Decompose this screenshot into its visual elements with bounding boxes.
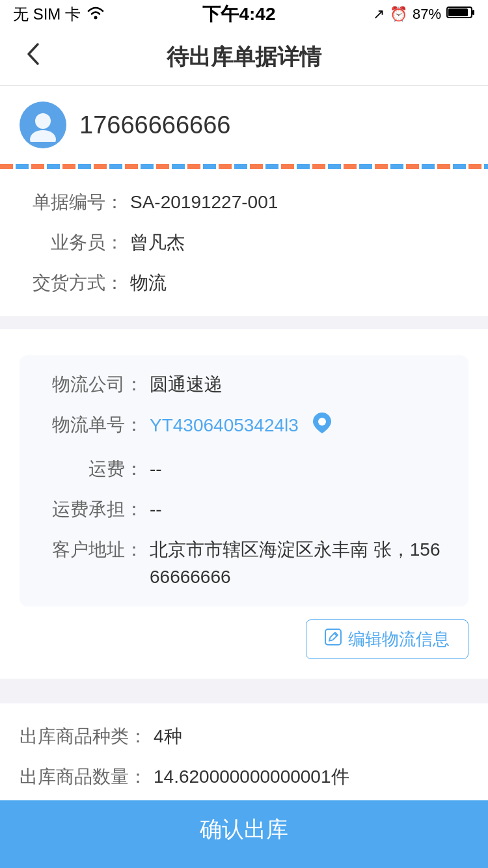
- main-content: 17666666666 单据编号： SA-20191227-001 业务员： 曾…: [0, 86, 488, 868]
- order-no-row: 单据编号： SA-20191227-001: [20, 189, 468, 216]
- phone-header: 17666666666: [0, 86, 488, 164]
- wifi-icon: [86, 5, 105, 23]
- svg-rect-2: [448, 8, 468, 16]
- order-no-label: 单据编号：: [20, 189, 124, 216]
- delivery-method-value: 物流: [130, 269, 468, 297]
- svg-point-0: [94, 16, 98, 20]
- delivery-method-row: 交货方式： 物流: [20, 269, 468, 297]
- category-label: 出库商品种类：: [20, 723, 147, 750]
- battery-label: 87%: [413, 6, 441, 23]
- alarm-icon: ⏰: [390, 6, 407, 23]
- edit-logistics-label: 编辑物流信息: [348, 628, 450, 651]
- category-row: 出库商品种类： 4种: [20, 723, 468, 750]
- freight-label: 运费：: [39, 455, 143, 483]
- address-value: 北京市市辖区海淀区永丰南 张，156 66666666: [150, 536, 449, 591]
- tracking-no-value: YT43064053424l3: [150, 411, 449, 442]
- sales-person-value: 曾凡杰: [130, 229, 468, 256]
- location-icon: ↗: [373, 6, 385, 23]
- quantity-label: 出库商品数量：: [20, 763, 147, 791]
- logistics-company-row: 物流公司： 圆通速递: [39, 371, 449, 398]
- tracking-no-row: 物流单号： YT43064053424l3: [39, 411, 449, 442]
- status-left: 无 SIM 卡: [13, 4, 105, 25]
- tracking-no-label: 物流单号：: [39, 411, 143, 439]
- edit-icon: [325, 629, 342, 650]
- status-right: ↗ ⏰ 87%: [373, 5, 475, 23]
- dashed-separator: [0, 164, 488, 169]
- logistics-section: 物流公司： 圆通速递 物流单号： YT43064053424l3 运费：: [0, 329, 488, 679]
- svg-point-4: [35, 113, 51, 129]
- freight-row: 运费： --: [39, 455, 449, 483]
- phone-number: 17666666666: [79, 111, 230, 139]
- freight-bearer-value: --: [150, 496, 449, 523]
- logistics-company-value: 圆通速递: [150, 371, 449, 398]
- logistics-company-label: 物流公司：: [39, 371, 143, 398]
- freight-bearer-label: 运费承担：: [39, 496, 143, 523]
- battery-icon: [446, 5, 475, 23]
- status-bar: 无 SIM 卡 下午4:42 ↗ ⏰ 87%: [0, 0, 488, 29]
- svg-rect-7: [325, 629, 341, 645]
- page-title: 待出库单据详情: [167, 42, 321, 72]
- quantity-value: 14.620000000000001件: [154, 763, 468, 791]
- category-value: 4种: [154, 723, 468, 750]
- back-button[interactable]: [20, 35, 47, 79]
- avatar: [20, 102, 66, 148]
- sales-person-label: 业务员：: [20, 229, 124, 256]
- svg-point-6: [318, 418, 326, 426]
- section-divider: [0, 692, 488, 703]
- freight-value: --: [150, 455, 449, 483]
- edit-button-wrap: 编辑物流信息: [20, 619, 468, 659]
- order-no-value: SA-20191227-001: [130, 189, 468, 216]
- location-pin-icon[interactable]: [312, 411, 332, 442]
- address-row: 客户地址： 北京市市辖区海淀区永丰南 张，156 66666666: [39, 536, 449, 591]
- delivery-method-label: 交货方式：: [20, 269, 124, 297]
- quantity-row: 出库商品数量： 14.620000000000001件: [20, 763, 468, 791]
- svg-rect-3: [472, 10, 474, 15]
- confirm-outbound-label: 确认出库: [200, 817, 288, 841]
- nav-bar: 待出库单据详情: [0, 29, 488, 86]
- order-info-section: 单据编号： SA-20191227-001 业务员： 曾凡杰 交货方式： 物流: [0, 169, 488, 316]
- status-time: 下午4:42: [202, 2, 275, 27]
- edit-logistics-button[interactable]: 编辑物流信息: [306, 619, 468, 659]
- logistics-card: 物流公司： 圆通速递 物流单号： YT43064053424l3 运费：: [20, 355, 468, 606]
- confirm-outbound-button[interactable]: 确认出库: [0, 800, 488, 868]
- address-label: 客户地址：: [39, 536, 143, 563]
- svg-point-5: [30, 130, 56, 142]
- sales-person-row: 业务员： 曾凡杰: [20, 229, 468, 256]
- freight-bearer-row: 运费承担： --: [39, 496, 449, 523]
- carrier-label: 无 SIM 卡: [13, 4, 81, 25]
